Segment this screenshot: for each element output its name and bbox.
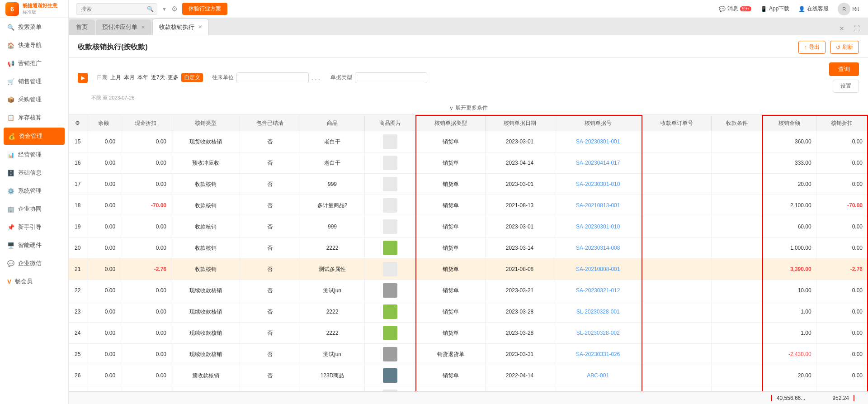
sidebar-item-marketing[interactable]: 📢 营销推广 [0,54,68,72]
cell-cancel-bill-no[interactable]: SA-20210813-001 [554,195,642,216]
sidebar-item-quick-nav[interactable]: 🏠 快捷导航 [0,36,68,54]
settings-btn[interactable]: 设置 [833,80,859,93]
cell-cancel-bill-no[interactable]: SL-20230328-002 [554,323,642,344]
cell-cash-discount: 0.00 [120,301,171,323]
table-row: 21 0.00 -2.76 收款核销 否 测试多属性 销货单 2021-08-0… [69,259,868,280]
col-header-settings[interactable]: ⚙ [69,115,87,131]
cell-cash-discount: 0.00 [120,174,171,195]
tab-home[interactable]: 首页 [69,19,95,35]
sidebar-item-basic-info[interactable]: 🗄️ 基础信息 [0,164,68,182]
cell-cancel-bill-no[interactable]: SL-20230328-001 [554,301,642,323]
cell-cancel-discount: 0.00 [816,365,868,386]
date-this-month[interactable]: 本月 [124,74,135,81]
cell-cancel-bill-no[interactable]: SA-20230314-008 [554,238,642,259]
cell-receipt-condition [711,344,763,365]
cell-receipt-condition [711,323,763,344]
hardware-icon: 🖥️ [7,242,14,249]
top-search-input[interactable] [76,3,157,15]
date-7days[interactable]: 近7天 [151,74,165,81]
basic-info-icon: 🗄️ [7,170,14,176]
cell-row-num: 21 [69,259,87,280]
cell-product: 老白干 [300,152,364,174]
cell-receipt-order-no [642,344,711,365]
tab-maximize-icon[interactable]: ⛶ [851,24,863,33]
cell-row-num: 20 [69,238,87,259]
table-row: 16 0.00 0.00 预收冲应收 否 老白干 销货单 2023-04-14 … [69,152,868,174]
cell-row-num: 15 [69,131,87,152]
settings-gear-icon[interactable]: ⚙ [171,5,178,13]
cell-cancel-bill-no[interactable]: ABC-001 [554,365,642,386]
sidebar-item-enterprise[interactable]: 🏢 企业协同 [0,200,68,218]
sidebar-item-finance[interactable]: 💰 资金管理 [4,128,65,145]
tab-prepay-label: 预付冲应付单 [102,23,137,31]
tab-collection[interactable]: 收款核销执行 ✕ [152,19,209,35]
cell-receipt-order-no [642,195,711,216]
col-header-cancel-type: 核销类型 [171,115,240,131]
dropdown-arrow-icon[interactable]: ▼ [162,6,167,12]
industry-btn[interactable]: 休验行业方案 [182,3,227,15]
export-icon: ↑ [804,44,807,51]
home-icon: 🏠 [7,42,14,49]
cell-cancel-bill-no[interactable]: SA-20230331-026 [554,344,642,365]
online-service-btn[interactable]: 👤 在线客服 [798,5,829,13]
table-row: 23 0.00 0.00 现续收款核销 否 2222 销货单 2023-03-2… [69,301,868,323]
export-btn[interactable]: ↑ 导出 [798,41,826,54]
download-icon: 📱 [760,6,767,12]
cell-product-image [365,301,416,323]
sidebar-item-sales[interactable]: 🛒 销售管理 [0,72,68,90]
cell-receipt-condition [711,174,763,195]
sidebar-item-guide[interactable]: 📌 新手引导 [0,218,68,236]
cell-cancel-bill-no[interactable]: SA-20230301-010 [554,216,642,238]
sidebar-item-system[interactable]: ⚙️ 系统管理 [0,182,68,200]
sidebar-item-purchase[interactable]: 📦 采购管理 [0,90,68,109]
table-row: 18 0.00 -70.00 收款核销 否 多计量商品2 销货单 2021-08… [69,195,868,216]
cell-balance: 0.00 [87,365,120,386]
date-custom-btn[interactable]: 自定义 [181,73,203,82]
date-last-month[interactable]: 上月 [110,74,121,81]
cell-product-image [365,174,416,195]
col-header-product-image: 商品图片 [365,115,416,131]
app-download-btn[interactable]: 📱 App下载 [760,5,789,13]
sidebar-item-hardware[interactable]: 🖥️ 智能硬件 [0,236,68,254]
date-more[interactable]: 更多 [168,74,179,81]
notification-btn[interactable]: 💬 消息 99+ [719,5,751,13]
cell-cancel-bill-no[interactable]: SA-20230414-017 [554,152,642,174]
counterparty-input[interactable] [236,72,309,83]
message-icon: 💬 [719,6,726,12]
user-avatar[interactable]: R Rit [838,3,859,15]
cell-cancel-bill-no[interactable]: SA-20230301-010 [554,174,642,195]
date-this-year[interactable]: 本年 [137,74,148,81]
cell-product-image [365,216,416,238]
cancel-amount-total: 40,556,66... [771,395,805,401]
table-row: 24 0.00 0.00 现续收款核销 否 2222 销货单 2023-03-2… [69,323,868,344]
filter-expand-arrow[interactable]: ▶ [78,73,88,83]
cell-row-num: 23 [69,301,87,323]
tab-close-all-icon[interactable]: ✕ [836,24,847,33]
cell-cancel-bill-no[interactable]: SA-20230321-012 [554,280,642,301]
col-header-include-cleared: 包含已结清 [240,115,300,131]
sidebar-item-member[interactable]: V 畅会员 [0,272,68,290]
refresh-btn[interactable]: ↺ 刷新 [830,41,859,54]
page-title: 收款核销执行(按收款) [78,43,148,52]
cell-include-cleared: 否 [240,195,300,216]
query-btn[interactable]: 查询 [829,62,859,76]
cell-balance: 0.00 [87,216,120,238]
cell-cancel-amount: 3,390.00 [763,259,816,280]
cell-cancel-amount: 20.00 [763,365,816,386]
expand-more-btn[interactable]: ∨ 展开更多条件 [449,104,488,112]
tab-collection-close-icon[interactable]: ✕ [198,24,202,30]
cell-cancel-bill-no[interactable]: SA-20210808-001 [554,259,642,280]
cell-cancel-bill-no[interactable]: SA-20230301-001 [554,131,642,152]
sidebar-item-wechat[interactable]: 💬 企业微信 [0,254,68,272]
tab-prepay[interactable]: 预付冲应付单 ✕ [96,19,151,35]
sidebar-item-search[interactable]: 🔍 搜索菜单 [0,18,68,36]
sidebar-item-operations[interactable]: 📊 经营管理 [0,146,68,164]
col-header-cancel-amount: 核销金额 [763,115,816,131]
receipt-type-select[interactable] [355,72,427,83]
col-header-receipt-order-no: 收款单订单号 [642,115,711,131]
search-menu-icon: 🔍 [7,24,14,31]
sidebar-item-inventory[interactable]: 📋 库存核算 [0,109,68,127]
cell-cash-discount: 0.00 [120,216,171,238]
cell-cancel-discount: 0.00 [816,301,868,323]
tab-prepay-close-icon[interactable]: ✕ [141,24,145,30]
